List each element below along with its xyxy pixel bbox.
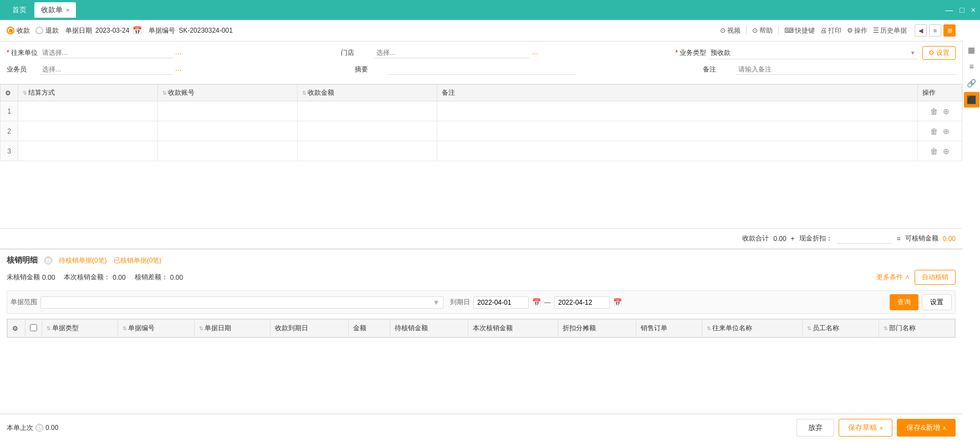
help-btn[interactable]: ⊙ 帮助 <box>752 26 773 35</box>
nth-counterpart-label: 往来单位名称 <box>712 324 752 333</box>
view-list-btn[interactable]: ≡ <box>929 24 941 37</box>
row-account-3[interactable] <box>157 141 297 161</box>
th-account: ⇅ 收款账号 <box>157 85 297 101</box>
nth-counterpart: ⇅ 往来单位名称 <box>702 320 803 337</box>
right-panel-btn-3[interactable]: 🔗 <box>964 75 979 91</box>
row-amount-1[interactable] <box>297 101 437 121</box>
note-input[interactable] <box>736 64 956 75</box>
date-from-cal-icon[interactable]: 📅 <box>532 298 541 306</box>
nth-staff-label: 员工名称 <box>813 324 839 333</box>
view-prev-btn[interactable]: ◀ <box>915 24 927 37</box>
date-from-input[interactable] <box>473 296 529 309</box>
staff-more-icon[interactable]: ··· <box>175 65 182 74</box>
sort-bill-type: ⇅ <box>47 326 51 331</box>
pending-tab[interactable]: 待核销单据(0笔) <box>59 256 107 265</box>
plus-sign: + <box>791 235 795 243</box>
row-account-1[interactable] <box>157 101 297 121</box>
row-note-1[interactable] <box>437 101 918 121</box>
operation-btn[interactable]: ⚙ 操作 <box>847 26 867 35</box>
tab-home[interactable]: 首页 <box>4 5 34 15</box>
store-input[interactable] <box>374 48 529 58</box>
calendar-icon[interactable]: 📅 <box>132 26 142 35</box>
sort-icon-settlement: ⇅ <box>23 90 27 96</box>
date-to-input[interactable] <box>554 296 610 309</box>
radio-shoukuan[interactable]: 收款 <box>7 26 30 35</box>
date-label: 单据日期 <box>65 26 92 35</box>
row-amount-2[interactable] <box>297 121 437 141</box>
bottom-bar: 本单上次 ⓘ 0.00 放弃 保存草稿 ∧ 保存&新增 ∧ <box>0 413 962 441</box>
print-btn[interactable]: 🖨 打印 <box>820 26 841 35</box>
row-delete-btn-2[interactable]: 🗑 <box>928 126 940 137</box>
row-copy-btn-3[interactable]: ⊕ <box>941 146 951 157</box>
minimize-icon[interactable]: — <box>945 6 953 14</box>
abandon-button[interactable]: 放弃 <box>797 419 834 437</box>
form-row-2: 业务员 ··· 摘要 备注 <box>7 64 956 75</box>
maximize-icon[interactable]: □ <box>959 6 964 14</box>
shortcut-btn[interactable]: ⌨ 快捷键 <box>784 26 815 35</box>
staff-input[interactable] <box>40 64 173 75</box>
row-action-3: 🗑 ⊕ <box>918 141 962 161</box>
save-button[interactable]: 保存&新增 ∧ <box>897 419 956 437</box>
row-amount-3[interactable] <box>297 141 437 161</box>
amount-label: 收款金额 <box>308 88 334 98</box>
query-button[interactable]: 查询 <box>890 294 918 310</box>
billno-label: 单据编号 <box>149 26 175 35</box>
row-copy-btn-1[interactable]: ⊕ <box>941 106 951 117</box>
store-more-icon[interactable]: ··· <box>532 49 538 58</box>
row-settlement-1[interactable] <box>18 101 158 121</box>
more-conditions-btn[interactable]: 更多条件 ∧ <box>876 273 910 282</box>
summary-input[interactable] <box>388 64 576 75</box>
history-btn[interactable]: ☰ 历史单据 <box>873 26 907 35</box>
close-icon[interactable]: × <box>971 6 976 14</box>
bottom-info-icon[interactable]: ⓘ <box>35 424 43 432</box>
radio-tuikuan-circle <box>35 27 43 34</box>
table-gear-th[interactable]: ⚙ <box>1 85 18 101</box>
nth-bill-type-label: 单据类型 <box>52 324 79 333</box>
row-settlement-3[interactable] <box>18 141 158 161</box>
data-table-container: ⚙ ⇅ 结算方式 ⇅ 收款账号 <box>0 84 962 228</box>
bill-range-select[interactable]: ▼ <box>40 296 443 309</box>
nuclear-section: 核销明细 ⓘ 待核销单据(0笔) 已核销单据(0笔) 未核销金额 0.00 本次… <box>0 249 962 338</box>
staff-field: 业务员 ··· <box>7 64 344 75</box>
video-label: 视频 <box>727 26 741 35</box>
right-panel-btn-1[interactable]: ▦ <box>964 42 979 58</box>
nth-bill-no: ⇅ 单据编号 <box>118 320 194 337</box>
setting-button[interactable]: ⚙ 设置 <box>922 46 956 60</box>
counterpart-input[interactable] <box>40 48 173 58</box>
done-tab[interactable]: 已核销单据(0笔) <box>114 256 162 265</box>
radio-shoukuan-circle <box>7 27 14 34</box>
auto-cancel-btn[interactable]: 自动核销 <box>915 270 956 285</box>
row-account-2[interactable] <box>157 121 297 141</box>
row-delete-btn-1[interactable]: 🗑 <box>928 106 940 117</box>
nuclear-info-icon[interactable]: ⓘ <box>44 257 52 264</box>
business-type-select[interactable]: 预收款 ▼ <box>708 47 917 59</box>
video-btn[interactable]: ⊙ 视频 <box>720 26 741 35</box>
tab-active[interactable]: 收款单 × <box>34 2 76 18</box>
row-delete-btn-3[interactable]: 🗑 <box>928 146 940 157</box>
nuclear-setting-btn[interactable]: 设置 <box>922 294 952 310</box>
nth-discount: 折扣分摊额 <box>558 320 636 337</box>
tab-close-icon[interactable]: × <box>66 2 69 18</box>
row-copy-btn-2[interactable]: ⊕ <box>941 126 951 137</box>
discount-input[interactable] <box>837 233 892 244</box>
right-panel-btn-2[interactable]: ≡ <box>964 59 979 74</box>
view-active-btn[interactable]: ⊞ <box>943 24 956 37</box>
toolbar-date-field: 单据日期 2023-03-24 📅 <box>65 26 142 35</box>
nuclear-gear-th[interactable]: ⚙ <box>8 320 25 337</box>
row-note-2[interactable] <box>437 121 918 141</box>
radio-tuikuan[interactable]: 退款 <box>35 26 59 35</box>
right-panel: ▦ ≡ 🔗 ⬛ <box>962 40 980 110</box>
row-note-3[interactable] <box>437 141 918 161</box>
nth-bill-no-label: 单据编号 <box>128 324 155 333</box>
right-panel-btn-4[interactable]: ⬛ <box>964 92 979 107</box>
date-separator: — <box>544 299 551 306</box>
counterpart-more-icon[interactable]: ··· <box>175 49 182 58</box>
sort-bill-no: ⇅ <box>122 326 127 331</box>
row-num-2: 2 <box>1 121 18 141</box>
draft-arrow: ∧ <box>879 425 883 431</box>
row-settlement-2[interactable] <box>18 121 158 141</box>
draft-button[interactable]: 保存草稿 ∧ <box>839 419 892 437</box>
nuclear-select-all[interactable] <box>30 324 37 331</box>
date-to-cal-icon[interactable]: 📅 <box>613 298 622 306</box>
table-row: 1 🗑 ⊕ <box>1 101 962 121</box>
